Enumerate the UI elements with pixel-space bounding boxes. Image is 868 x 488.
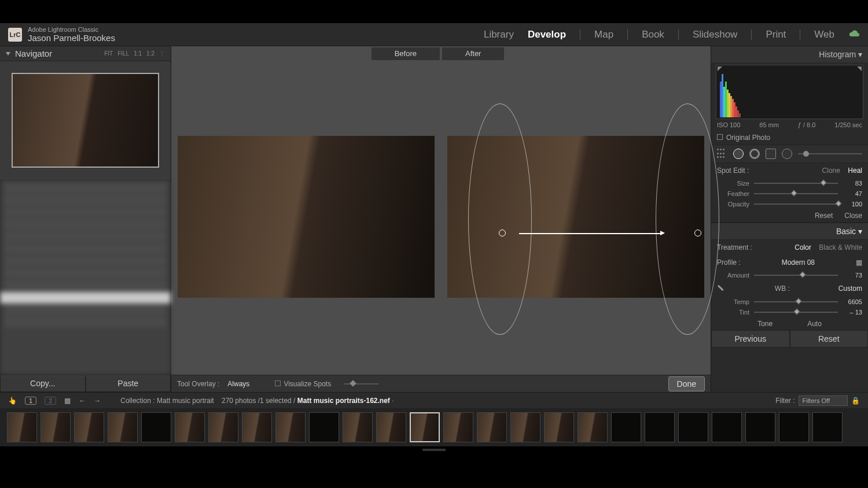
spot-reset-button[interactable]: Reset: [815, 212, 833, 220]
zoom-1-1[interactable]: 1:1: [134, 50, 142, 57]
profile-browser-icon[interactable]: ▦: [856, 258, 862, 267]
filmstrip-thumb[interactable]: [275, 412, 306, 442]
navigator-preview[interactable]: [0, 61, 171, 179]
tool-overlay-value[interactable]: Always: [227, 380, 249, 388]
filmstrip-thumb[interactable]: [477, 412, 507, 442]
filter-lock-icon[interactable]: 🔒: [851, 397, 860, 405]
tint-slider[interactable]: Tint– 13: [711, 307, 868, 317]
after-label: After: [442, 47, 504, 60]
clone-mode[interactable]: Clone: [822, 167, 840, 175]
filmstrip-thumb[interactable]: [108, 412, 138, 442]
prev-photo-icon[interactable]: ←: [79, 397, 86, 405]
reset-button[interactable]: Reset: [790, 330, 869, 347]
zoom-1-2[interactable]: 1:2: [146, 50, 155, 57]
previous-button[interactable]: Previous: [711, 330, 790, 347]
filmstrip-thumb[interactable]: [745, 412, 775, 442]
profile-row[interactable]: Profile : Modern 08 ▦: [711, 255, 868, 270]
filmstrip-thumb[interactable]: [779, 412, 809, 442]
treatment-bw[interactable]: Black & White: [819, 243, 862, 252]
module-print[interactable]: Print: [766, 29, 786, 40]
center-area: Before After: [171, 46, 711, 392]
filmstrip-thumb[interactable]: [376, 412, 406, 442]
before-image[interactable]: [178, 136, 435, 298]
auto-tone-button[interactable]: Auto: [807, 320, 822, 328]
filmstrip-thumb[interactable]: [7, 412, 37, 442]
opacity-slider[interactable]: Opacity100: [711, 199, 868, 209]
filmstrip-thumb[interactable]: [510, 412, 540, 442]
radial-filter-icon[interactable]: [782, 149, 792, 159]
checkbox-icon[interactable]: [717, 134, 723, 140]
filmstrip-thumb[interactable]: [645, 412, 675, 442]
exif-iso: ISO 100: [717, 121, 740, 128]
grid-view-icon[interactable]: ▦: [64, 397, 71, 405]
filmstrip-thumb[interactable]: [343, 412, 373, 442]
module-slideshow[interactable]: Slideshow: [693, 29, 738, 40]
filmstrip-thumb[interactable]: [141, 412, 171, 442]
cloud-sync-icon[interactable]: [848, 29, 860, 40]
filmstrip-thumb[interactable]: [611, 412, 641, 442]
done-button[interactable]: Done: [668, 376, 705, 391]
treatment-color[interactable]: Color: [795, 243, 811, 252]
primary-display-toggle[interactable]: 1: [25, 397, 36, 405]
spot-removal-tool-icon[interactable]: [733, 149, 744, 159]
shadow-clip-icon[interactable]: [718, 66, 722, 71]
module-develop[interactable]: Develop: [528, 29, 566, 40]
filmstrip-thumb[interactable]: [41, 412, 71, 442]
graduated-filter-icon[interactable]: [766, 149, 776, 159]
original-photo-toggle[interactable]: Original Photo: [711, 131, 868, 145]
secondary-display-toggle[interactable]: 2: [45, 397, 56, 405]
filmstrip-thumb[interactable]: [812, 412, 843, 442]
next-photo-icon[interactable]: →: [94, 397, 101, 405]
checkbox-icon[interactable]: [275, 380, 281, 386]
copy-button[interactable]: Copy...: [0, 375, 86, 392]
module-web[interactable]: Web: [814, 29, 834, 40]
module-picker: Library Develop Map Book Slideshow Print…: [484, 29, 860, 40]
module-book[interactable]: Book: [642, 29, 664, 40]
redeye-tool-icon[interactable]: [749, 149, 760, 159]
basic-panel-header[interactable]: Basic ▾: [711, 223, 868, 240]
navigator-header[interactable]: Navigator FIT FILL 1:1 1:2 ⋮: [0, 46, 171, 61]
brush-size-slider[interactable]: [798, 153, 862, 154]
filmstrip-thumb[interactable]: [74, 412, 104, 442]
crop-tool-icon[interactable]: [717, 149, 727, 159]
secondary-display-icon[interactable]: 👆: [8, 397, 17, 405]
filmstrip-thumb[interactable]: [309, 412, 339, 442]
zoom-fit[interactable]: FIT: [104, 50, 113, 57]
spot-close-button[interactable]: Close: [844, 212, 862, 220]
panel-grip-icon[interactable]: [422, 449, 446, 451]
filmstrip-thumb[interactable]: [578, 412, 608, 442]
wb-value[interactable]: Custom: [838, 284, 862, 293]
exif-readout: ISO 100 85 mm ƒ / 8.0 1/250 sec: [711, 119, 868, 131]
feather-slider[interactable]: Feather47: [711, 188, 868, 199]
heal-mode[interactable]: Heal: [848, 167, 862, 175]
profile-value[interactable]: Modern 08: [782, 258, 815, 267]
amount-slider[interactable]: Amount73: [711, 270, 868, 280]
after-image[interactable]: [447, 136, 704, 298]
filmstrip[interactable]: [0, 408, 868, 446]
histogram-header[interactable]: Histogram ▾: [711, 46, 868, 62]
zoom-fill[interactable]: FILL: [117, 50, 129, 57]
histogram-chart[interactable]: [716, 65, 863, 119]
disclosure-icon[interactable]: [6, 52, 10, 56]
module-map[interactable]: Map: [594, 29, 613, 40]
filmstrip-thumb-selected[interactable]: [410, 412, 440, 442]
filmstrip-thumb[interactable]: [443, 412, 473, 442]
module-library[interactable]: Library: [484, 29, 514, 40]
filmstrip-thumb[interactable]: [208, 412, 238, 442]
size-slider[interactable]: Size83: [711, 178, 868, 188]
zoom-more-icon[interactable]: ⋮: [159, 50, 165, 57]
paste-button[interactable]: Paste: [86, 375, 171, 392]
temp-slider[interactable]: Temp6605: [711, 297, 868, 307]
filmstrip-thumb[interactable]: [678, 412, 708, 442]
develop-toolbar: Tool Overlay : Always Visualize Spots Do…: [171, 375, 711, 392]
filmstrip-thumb[interactable]: [712, 412, 742, 442]
filmstrip-thumb[interactable]: [544, 412, 574, 442]
tool-overlay-label: Tool Overlay :: [177, 380, 219, 388]
visualize-spots-toggle[interactable]: Visualize Spots: [275, 380, 331, 388]
navigator-thumbnail[interactable]: [12, 73, 159, 168]
highlight-clip-icon[interactable]: [857, 66, 862, 71]
filmstrip-thumb[interactable]: [242, 412, 272, 442]
filter-select[interactable]: Filters Off: [799, 395, 848, 406]
filmstrip-thumb[interactable]: [175, 412, 205, 442]
visualize-threshold-slider[interactable]: [344, 383, 378, 385]
